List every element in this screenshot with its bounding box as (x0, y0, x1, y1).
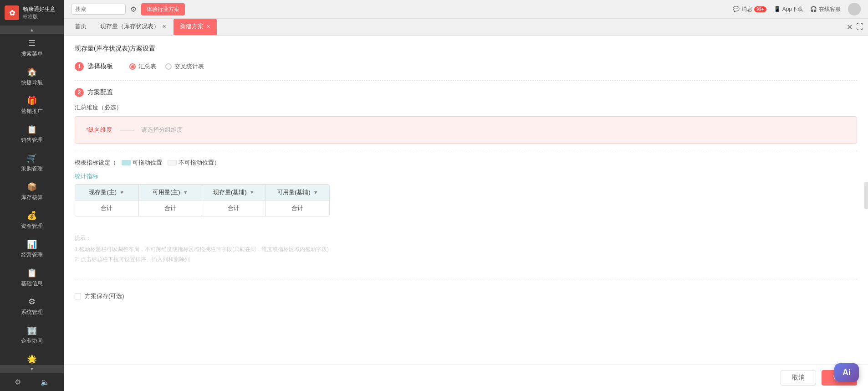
sidebar-item-newcomer[interactable]: 🌟 新手引导 (0, 350, 64, 365)
tab-inventory[interactable]: 现存量（库存状况表） ✕ (94, 19, 173, 35)
dimension-row[interactable]: *纵向维度 —— 请选择分组维度 (75, 116, 857, 144)
sidebar-scroll-up[interactable]: ▲ (0, 26, 64, 34)
app-name: 畅康通好生意 标准版 (23, 6, 56, 20)
stats-body-col-3: 合计 (202, 201, 266, 216)
main-area: ⚙ 体验行业方案 💬 消息 99+ 📱 App下载 🎧 在线客服 首页 (64, 0, 868, 391)
sales-icon: 📋 (27, 124, 37, 134)
stats-body-col-2-cell: 合计 (139, 201, 203, 216)
quick-nav-icon: 🏠 (27, 67, 37, 77)
tab-new-plan[interactable]: 新建方案 ✕ (174, 19, 217, 35)
radio-crosstab[interactable]: 交叉统计表 (165, 62, 204, 71)
tab-home[interactable]: 首页 (68, 19, 93, 35)
section2-number: 2 (75, 88, 84, 97)
sidebar-item-system[interactable]: ⚙ 系统管理 (0, 292, 64, 321)
basic-info-icon: 📋 (27, 268, 37, 278)
sidebar-scroll-down[interactable]: ▼ (0, 365, 64, 373)
tab-inventory-close[interactable]: ✕ (162, 24, 166, 30)
sidebar-item-operation[interactable]: 📊 经营管理 (0, 235, 64, 263)
system-icon: ⚙ (28, 297, 36, 307)
save-checkbox[interactable] (75, 293, 81, 299)
tip1: 1.拖动标题栏可以调整布局，不可跨维度或指标区域拖拽栏目字段(只能在同一维度或指… (75, 245, 857, 255)
template-options: 汇总表 交叉统计表 (129, 62, 204, 71)
page-title: 现存量(库存状况表)方案设置 (75, 45, 857, 53)
ai-float-button[interactable]: Ai (834, 363, 859, 382)
save-option-label: 方案保存(可选) (85, 292, 124, 300)
purchase-icon: 🛒 (27, 153, 37, 163)
app-logo-icon: ✿ (5, 5, 19, 20)
enterprise-icon: 🏢 (27, 325, 37, 335)
stats-col-3-header[interactable]: 现存量(基辅) ▼ (202, 185, 266, 200)
marketing-icon: 🎁 (27, 96, 37, 106)
stats-col-3: 现存量(基辅) ▼ (202, 185, 266, 200)
summary-dimension-label: 汇总维度（必选） (75, 103, 857, 112)
right-edge-handle[interactable] (864, 182, 868, 209)
online-service-button[interactable]: 🎧 在线客服 (810, 5, 841, 13)
stats-table: 现存量(主) ▼ 可用量(主) ▼ 现存量(基辅) ▼ (75, 184, 330, 216)
draggable-legend-box (122, 160, 131, 165)
section2-title: 方案配置 (87, 88, 113, 97)
operation-icon: 📊 (27, 239, 37, 249)
stats-body-col-1: 合计 (75, 201, 139, 216)
message-button[interactable]: 💬 消息 99+ (733, 5, 766, 13)
finance-icon: 💰 (27, 211, 37, 221)
col2-chevron-icon: ▼ (183, 190, 188, 195)
radio-summary-dot (129, 63, 136, 70)
divider-2 (75, 151, 857, 151)
topbar-search-input[interactable] (71, 4, 126, 15)
app-download-icon: 📱 (774, 6, 781, 12)
stats-col-4-header[interactable]: 可用量(基辅) ▼ (266, 185, 330, 200)
sidebar-item-quick-nav[interactable]: 🏠 快捷导航 (0, 62, 64, 91)
content-area: 现存量(库存状况表)方案设置 1 选择模板 汇总表 交叉统计表 (64, 36, 868, 364)
sidebar-bottom: ⚙ 🔈 (0, 373, 64, 391)
stats-col-1: 现存量(主) ▼ (75, 185, 139, 200)
sidebar-item-enterprise[interactable]: 🏢 企业协同 (0, 321, 64, 350)
app-download-button[interactable]: 📱 App下载 (774, 5, 803, 13)
stats-body-col-1-cell: 合计 (75, 201, 139, 216)
section-plan-config: 2 方案配置 汇总维度（必选） *纵向维度 —— 请选择分组维度 模板指标设定（… (75, 88, 857, 270)
tip2: 2. 点击标题栏下拉可设置排序、插入列和删除列 (75, 255, 857, 265)
online-service-icon: 🎧 (810, 6, 817, 12)
sidebar-item-marketing[interactable]: 🎁 营销推广 (0, 91, 64, 120)
sidebar-item-finance[interactable]: 💰 资金管理 (0, 206, 64, 235)
col1-chevron-icon: ▼ (119, 190, 124, 195)
col3-chevron-icon: ▼ (250, 190, 255, 195)
stats-col-1-header[interactable]: 现存量(主) ▼ (75, 185, 139, 200)
stats-body-col-3-cell: 合计 (202, 201, 266, 216)
radio-crosstab-dot (165, 63, 172, 70)
radio-summary[interactable]: 汇总表 (129, 62, 156, 71)
tab-expand-button[interactable]: ⛶ (856, 23, 863, 31)
topbar-settings-icon[interactable]: ⚙ (130, 5, 137, 14)
message-icon: 💬 (733, 6, 740, 12)
sidebar-item-basic-info[interactable]: 📋 基础信息 (0, 263, 64, 292)
footer: 取消 查询 (64, 364, 868, 391)
dimension-separator: —— (119, 126, 134, 134)
non-draggable-legend: 不可拖动位置） (168, 159, 220, 167)
sidebar-item-inventory[interactable]: 📦 库存核算 (0, 177, 64, 206)
topbar: ⚙ 体验行业方案 💬 消息 99+ 📱 App下载 🎧 在线客服 (64, 0, 868, 19)
indicators-setting: 模板指标设定（ 可拖动位置 不可拖动位置） (75, 159, 857, 167)
stats-col-4: 可用量(基辅) ▼ (266, 185, 330, 200)
section1-number: 1 (75, 62, 84, 71)
search-menu-icon: ☰ (28, 38, 36, 48)
sidebar-item-sales[interactable]: 📋 销售管理 (0, 120, 64, 149)
user-avatar[interactable] (848, 3, 861, 15)
col4-chevron-icon: ▼ (313, 190, 318, 195)
tab-close-all-button[interactable]: ✕ (847, 23, 853, 31)
tips-title: 提示： (75, 234, 857, 242)
sidebar: ✿ 畅康通好生意 标准版 ▲ ☰ 搜索菜单 🏠 快捷导航 🎁 营销推广 📋 销售… (0, 0, 64, 391)
tab-new-plan-close[interactable]: ✕ (206, 24, 210, 30)
sidebar-item-search-menu[interactable]: ☰ 搜索菜单 (0, 34, 64, 62)
dimension-required-label: *纵向维度 (86, 126, 112, 134)
trial-button[interactable]: 体验行业方案 (141, 3, 185, 15)
sidebar-item-purchase[interactable]: 🛒 采购管理 (0, 149, 64, 177)
stats-table-header: 现存量(主) ▼ 可用量(主) ▼ 现存量(基辅) ▼ (75, 185, 329, 200)
cancel-button[interactable]: 取消 (781, 370, 816, 386)
section-choose-template: 1 选择模板 汇总表 交叉统计表 (75, 62, 857, 71)
topbar-right: 💬 消息 99+ 📱 App下载 🎧 在线客服 (733, 3, 861, 15)
settings-bottom-icon[interactable]: ⚙ (15, 378, 21, 386)
stats-col-2-header[interactable]: 可用量(主) ▼ (139, 185, 203, 200)
tips-section: 提示： 1.拖动标题栏可以调整布局，不可跨维度或指标区域拖拽栏目字段(只能在同一… (75, 229, 857, 270)
audio-bottom-icon[interactable]: 🔈 (41, 378, 50, 386)
topbar-left: ⚙ 体验行业方案 (71, 3, 185, 15)
non-draggable-legend-box (168, 160, 177, 165)
